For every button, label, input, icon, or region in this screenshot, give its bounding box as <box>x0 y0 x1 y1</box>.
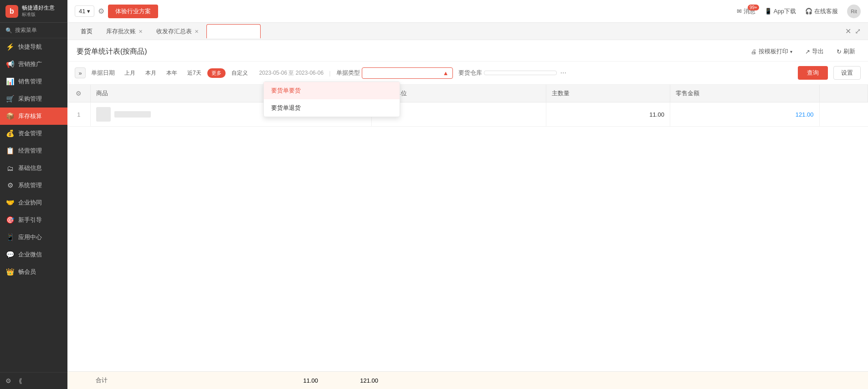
tab-receipt-summary[interactable]: 收发存汇总表 ✕ <box>150 24 205 38</box>
sidebar-item-inventory[interactable]: 📦 库存核算 <box>0 107 67 125</box>
window-close-icon[interactable]: ✕ <box>845 27 851 36</box>
sidebar-item-app-center[interactable]: 📱 应用中心 <box>0 229 67 246</box>
settings-button[interactable]: 设置 <box>833 66 861 80</box>
window-maximize-icon[interactable]: ⤢ <box>855 27 861 36</box>
tab-home[interactable]: 首页 <box>75 24 98 38</box>
type-dropdown: 要货单要货 要货单退货 <box>263 82 400 117</box>
sidebar-item-label: 企业协同 <box>18 199 42 207</box>
finance-icon: 💰 <box>5 129 15 138</box>
td-amount[interactable]: 121.00 <box>670 102 819 127</box>
sidebar-item-operation[interactable]: 📋 经营管理 <box>0 142 67 159</box>
sidebar-item-marketing[interactable]: 📢 营销推广 <box>0 56 67 73</box>
table-footer: 合计11.00121.00 <box>67 371 868 389</box>
expand-icon: » <box>78 70 82 77</box>
column-settings-icon[interactable]: ⚙ <box>76 90 82 97</box>
window-controls: ✕ ⤢ <box>845 27 861 36</box>
th-extra <box>819 85 868 102</box>
dropdown-item-order-return[interactable]: 要货单退货 <box>264 99 400 117</box>
sidebar-item-vip[interactable]: 👑 畅会员 <box>0 263 67 281</box>
sidebar-settings-icon[interactable]: ⚙ <box>5 377 11 384</box>
tab-order-stats-close[interactable]: ✕ <box>251 29 255 35</box>
tab-batch-account[interactable]: 库存批次账 ✕ <box>100 24 149 38</box>
footer-label: 合计 <box>73 376 232 384</box>
query-button[interactable]: 查询 <box>798 66 828 80</box>
message-icon: ✉ <box>737 8 742 15</box>
type-select[interactable]: ▲ <box>362 67 453 79</box>
date-range: 2023-05-06 至 2023-06-06 <box>259 69 324 77</box>
print-label: 按模板打印 <box>759 47 788 56</box>
sidebar-item-enterprise[interactable]: 🤝 企业协同 <box>0 194 67 211</box>
warehouse-select[interactable] <box>484 71 557 75</box>
td-quantity[interactable]: 11.00 <box>546 102 670 127</box>
date-btn-this-year[interactable]: 本年 <box>162 67 181 79</box>
sidebar-item-guide[interactable]: 🎯 新手引导 <box>0 211 67 229</box>
date-btn-7days[interactable]: 近7天 <box>183 67 205 79</box>
trial-btn[interactable]: 体验行业方案 <box>108 5 158 18</box>
print-icon: 🖨 <box>751 48 757 55</box>
refresh-btn[interactable]: ↻ 刷新 <box>833 46 859 57</box>
product-image <box>96 107 111 122</box>
date-btn-last-month[interactable]: 上月 <box>120 67 139 79</box>
messages-btn[interactable]: ✉ 消息 99+ <box>737 7 755 15</box>
sidebar-item-label: 销售管理 <box>18 77 42 86</box>
tab-batch-account-label: 库存批次账 <box>106 27 136 36</box>
tab-receipt-summary-close[interactable]: ✕ <box>195 29 199 35</box>
sidebar-item-wechat[interactable]: 💬 企业微信 <box>0 246 67 263</box>
system-icon: ⚙ <box>5 181 15 189</box>
online-service-btn[interactable]: 🎧 在线客服 <box>805 7 838 15</box>
logo-text: 畅捷通好生意 标准版 <box>22 5 55 18</box>
topbar: 41 ▾ ⚙ 体验行业方案 ✉ 消息 99+ 📱 App下载 🎧 在线客服 Ri… <box>67 0 868 23</box>
date-label: 单据日期 <box>91 69 115 77</box>
sidebar-collapse-icon[interactable]: ⟪ <box>19 377 22 384</box>
sidebar-item-system[interactable]: ⚙ 系统管理 <box>0 177 67 194</box>
sidebar-item-label: 资金管理 <box>18 129 42 138</box>
filter-more-icon[interactable]: ··· <box>560 69 566 77</box>
dropdown-item-order-goods[interactable]: 要货单要货 <box>264 82 400 99</box>
refresh-icon: ↻ <box>837 48 842 55</box>
date-btn-more[interactable]: 更多 <box>207 68 226 78</box>
user-avatar[interactable]: Rit <box>847 5 861 18</box>
app-title: 畅捷通好生意 <box>22 5 55 12</box>
app-center-icon: 📱 <box>5 233 15 241</box>
filter-expand-btn[interactable]: » <box>75 67 86 78</box>
date-btn-this-month[interactable]: 本月 <box>141 67 160 79</box>
tab-batch-account-close[interactable]: ✕ <box>139 29 143 35</box>
app-subtitle: 标准版 <box>22 11 55 18</box>
filter-separator: | <box>329 70 330 77</box>
sidebar-search[interactable]: 🔍 搜索菜单 <box>0 23 67 38</box>
sales-icon: 📊 <box>5 77 15 86</box>
sidebar-item-label: 快捷导航 <box>18 43 42 51</box>
sidebar-item-quick-nav[interactable]: ⚡ 快捷导航 <box>0 38 67 56</box>
settings-icon[interactable]: ⚙ <box>98 7 104 15</box>
sidebar-item-basic[interactable]: 🗂 基础信息 <box>0 159 67 177</box>
basic-icon: 🗂 <box>5 164 15 172</box>
product-name <box>114 111 151 118</box>
search-label: 搜索菜单 <box>15 26 37 34</box>
guide-icon: 🎯 <box>5 216 15 224</box>
main-content: 41 ▾ ⚙ 体验行业方案 ✉ 消息 99+ 📱 App下载 🎧 在线客服 Ri… <box>67 0 868 389</box>
print-btn[interactable]: 🖨 按模板打印 ▾ <box>747 46 796 57</box>
sidebar-item-finance[interactable]: 💰 资金管理 <box>0 125 67 142</box>
store-dropdown-icon: ▾ <box>87 8 90 15</box>
tab-home-label: 首页 <box>81 27 92 36</box>
export-btn[interactable]: ↗ 导出 <box>801 46 827 57</box>
page-actions: 🖨 按模板打印 ▾ ↗ 导出 ↻ 刷新 <box>747 46 859 57</box>
tab-receipt-summary-label: 收发存汇总表 <box>156 27 192 36</box>
app-download-btn[interactable]: 📱 App下载 <box>765 7 796 15</box>
th-amount: 零售金额 <box>670 85 819 102</box>
store-number: 41 <box>79 8 85 15</box>
messages-badge: 99+ <box>748 5 759 10</box>
purchase-icon: 🛒 <box>5 95 15 103</box>
quick-nav-icon: ⚡ <box>5 43 15 51</box>
warehouse-label: 要货仓库 <box>458 69 482 77</box>
topbar-left: 41 ▾ ⚙ 体验行业方案 <box>75 5 731 18</box>
sidebar-item-label: 采购管理 <box>18 95 42 103</box>
th-gear[interactable]: ⚙ <box>67 85 90 102</box>
tab-order-stats[interactable]: 要货单统计表 ✕ <box>206 24 261 38</box>
sidebar-item-purchase[interactable]: 🛒 采购管理 <box>0 90 67 107</box>
sidebar-item-sales[interactable]: 📊 销售管理 <box>0 73 67 90</box>
store-selector[interactable]: 41 ▾ <box>75 5 94 17</box>
date-btn-custom[interactable]: 自定义 <box>227 67 252 79</box>
sidebar-item-label: 基础信息 <box>18 164 42 172</box>
user-name: Rit <box>851 9 857 14</box>
